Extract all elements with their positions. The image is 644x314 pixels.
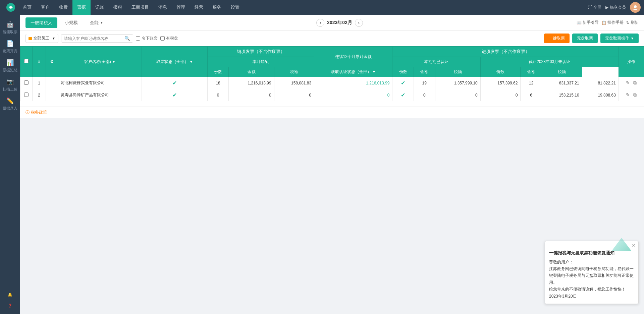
nav-customer[interactable]: 客户: [36, 0, 54, 15]
row-actions-settings: [46, 89, 58, 101]
sidebar-item-summary[interactable]: 📊 票据汇总: [0, 56, 20, 75]
notification-popup: ✕ 一键报税与无盘取票功能恢复通知 尊敬的用户： 江苏政务网已恢访问电子税务局功…: [545, 241, 639, 304]
col-header-lianxu: 连续12个月累计金额: [314, 47, 392, 67]
one-click-ticket-btn[interactable]: 一键取票: [544, 34, 570, 43]
nav-items: 首页 客户 收费 票据 记账 报税 工商项目 消息 管理 经营 服务 设置: [18, 0, 588, 15]
vip-btn[interactable]: ▶ 畅享会员: [605, 5, 626, 10]
row-wei-fenshu: 12: [521, 77, 542, 89]
row-jin-ben-shuie: 0: [480, 89, 521, 101]
sidebar-item-smart-ticket[interactable]: 🤖 智能取票: [0, 18, 20, 37]
qu-filter-icon[interactable]: ▼: [190, 60, 193, 64]
col-header-wei-fenshu: 份数: [480, 67, 521, 77]
no-disk-ticket-btn[interactable]: 无盘取票: [572, 34, 598, 43]
lianxu-link[interactable]: 1,216,013.99: [366, 81, 389, 85]
row-ben-fenshu: 0: [207, 89, 229, 101]
row-no: 1: [33, 77, 46, 89]
sidebar-item-ticket-entry[interactable]: ✏️ 票据录入: [0, 95, 20, 114]
app-logo[interactable]: [3, 3, 18, 12]
sidebar-help[interactable]: ❓: [0, 301, 20, 311]
nav-bookkeeping[interactable]: 记账: [91, 0, 109, 15]
tab-actions: 📖 新手引导 📋 操作手册 ↻ 刷新: [577, 20, 639, 25]
col-group-jin: 进项发票（不含作废票）: [392, 47, 619, 57]
no-disk-ops-btn[interactable]: 无盘取票操作 ▼: [600, 34, 639, 43]
sidebar-notification[interactable]: 🔔: [0, 290, 20, 300]
settings-icon[interactable]: ⚙: [50, 59, 54, 64]
popup-content[interactable]: 尊敬的用户： 江苏政务网已恢访问电子税务局功能，易代账一键登陆电子税务局与无盘取…: [549, 259, 634, 300]
refresh-icon: ↻: [626, 20, 630, 25]
col-header-no: #: [33, 47, 46, 77]
my-account-checkbox[interactable]: [136, 36, 140, 41]
nav-manage[interactable]: 管理: [172, 0, 190, 15]
tax-disk-checkbox[interactable]: [160, 36, 165, 41]
sidebar-item-scan-upload[interactable]: 📷 扫描上传: [0, 75, 20, 95]
fullscreen-btn[interactable]: ⛶ 全屏: [588, 5, 601, 10]
tax-policy-link[interactable]: ⓘ 税务政策: [25, 110, 47, 115]
nav-settings[interactable]: 设置: [226, 0, 244, 15]
employee-select[interactable]: 全部员工 ▼: [25, 34, 58, 43]
row-ben-fenshu: 18: [207, 77, 229, 89]
tab-general-taxpayer[interactable]: 一般纳税人: [25, 17, 57, 28]
nav-message[interactable]: 消息: [154, 0, 172, 15]
sidebar-item-issue-invoice[interactable]: 📄 发票开具: [0, 37, 20, 56]
info-icon: ⓘ: [25, 110, 30, 115]
select-all-checkbox[interactable]: [24, 59, 29, 63]
new-guide-btn[interactable]: 📖 新手引导: [577, 20, 599, 25]
dropdown-arrow-icon: ▼: [631, 37, 634, 40]
row-ren-status: ✔: [392, 77, 414, 89]
copy-btn[interactable]: ⧉: [633, 80, 637, 85]
row-select-checkbox[interactable]: [24, 80, 29, 85]
period-prev-btn[interactable]: ‹: [316, 19, 324, 27]
manual-btn[interactable]: 📋 操作手册: [601, 20, 624, 25]
nav-invoice[interactable]: 票据: [72, 0, 91, 15]
nav-tax[interactable]: 报税: [109, 0, 127, 15]
row-checkbox[interactable]: [20, 77, 33, 89]
nav-fee[interactable]: 收费: [54, 0, 72, 15]
period-next-btn[interactable]: ›: [355, 19, 363, 27]
help-icon: ❓: [8, 304, 12, 308]
row-wei-shuie: 19,808.63: [582, 89, 619, 101]
sidebar: 🤖 智能取票 📄 发票开具 📊 票据汇总 📷 扫描上传 ✏️ 票据录入 🔔 ❓: [0, 15, 20, 314]
filter-icon[interactable]: ▼: [112, 60, 115, 64]
refresh-btn[interactable]: ↻ 刷新: [626, 20, 639, 25]
search-input[interactable]: [61, 35, 122, 42]
nav-operation[interactable]: 经营: [190, 0, 208, 15]
ren-filter-icon[interactable]: ▼: [372, 70, 376, 74]
lianxu-link[interactable]: 0: [387, 93, 390, 98]
tax-disk-filter[interactable]: 有税盘: [160, 36, 178, 41]
nav-home[interactable]: 首页: [18, 0, 36, 15]
col-subgroup-ben-yue: 本月销项: [207, 57, 314, 67]
my-account-filter[interactable]: 名下账套: [136, 36, 158, 41]
tab-all-capability[interactable]: 全能 ▼: [85, 18, 108, 28]
nav-business[interactable]: 工商项目: [127, 0, 154, 15]
svg-point-2: [634, 5, 637, 8]
edit-btn[interactable]: ✎: [626, 92, 630, 98]
row-jin-ben-fenshu: 0: [414, 89, 435, 101]
row-jin-ben-fenshu: 19: [414, 77, 435, 89]
notification-icon: 🔔: [8, 293, 12, 297]
row-checkbox[interactable]: [20, 89, 33, 101]
period-selector: ‹ 2023年02月 ›: [316, 19, 363, 27]
issue-invoice-icon: 📄: [6, 40, 14, 47]
col-header-qu-status: 取票状态（全部） ▼: [142, 47, 207, 77]
invoice-table: # ⚙ 客户名称(全部) ▼ 取票状态（全部） ▼ 销项发票（不含作废票） 连续…: [20, 46, 644, 101]
edit-btn[interactable]: ✎: [626, 80, 630, 85]
popup-close-btn[interactable]: ✕: [632, 243, 636, 248]
copy-btn[interactable]: ⧉: [633, 92, 637, 98]
row-ops: ✎ ⧉: [619, 77, 644, 89]
row-select-checkbox[interactable]: [24, 92, 29, 97]
row-ops: ✎ ⧉: [619, 89, 644, 101]
search-button[interactable]: 🔍: [122, 35, 133, 42]
page-footer: ⓘ 税务政策: [20, 107, 644, 118]
row-wei-jine: 631,337.21: [542, 77, 582, 89]
row-wei-jine: 153,215.10: [542, 89, 582, 101]
nav-right: ⛶ 全屏 ▶ 畅享会员: [588, 2, 641, 13]
row-jin-ben-jine: 0: [435, 89, 480, 101]
row-ben-jine: 1,216,013.99: [229, 77, 274, 89]
col-header-xiao-fenshu: 份数: [207, 67, 229, 77]
row-actions-settings: [46, 77, 58, 89]
row-ben-shuie: 0: [274, 89, 314, 101]
tab-small-scale[interactable]: 小规模: [60, 18, 83, 28]
sidebar-bottom: 🔔 ❓: [0, 290, 20, 314]
user-avatar[interactable]: [630, 2, 641, 13]
nav-service[interactable]: 服务: [208, 0, 226, 15]
